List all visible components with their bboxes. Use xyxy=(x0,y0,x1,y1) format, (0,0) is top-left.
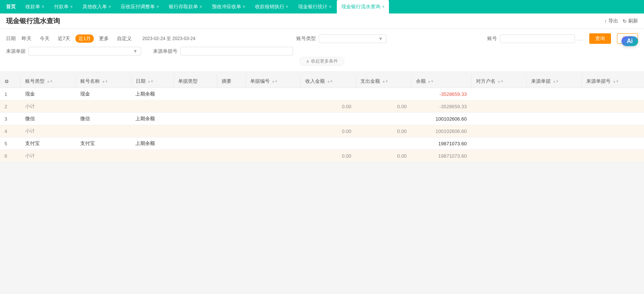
nav-tab-receipts-label: 收款单 xyxy=(26,3,40,10)
table-cell: 3 xyxy=(0,113,21,125)
nav-close-other-income[interactable]: × xyxy=(108,4,111,9)
nav-tab-bank-deposits-label: 银行存取款单 xyxy=(169,3,198,10)
th-counterpart[interactable]: 对方户名 ▲▼ xyxy=(471,75,526,88)
nav-close-payments[interactable]: × xyxy=(70,4,73,9)
table-cell xyxy=(174,113,217,125)
nav-tab-adjustments[interactable]: 应收应付调整单 × xyxy=(116,0,164,13)
nav-tab-bank-stats[interactable]: 现金银行统计 × xyxy=(294,0,336,13)
table-cell: 上期余额 xyxy=(131,88,174,100)
th-date[interactable]: 日期 ▲▼ xyxy=(131,75,174,88)
nav-tab-adjustments-label: 应收应付调整单 xyxy=(121,3,155,10)
date-option-more[interactable]: 更多 xyxy=(96,34,112,43)
account-input[interactable] xyxy=(500,34,575,43)
nav-close-bank-deposits[interactable]: × xyxy=(200,4,202,9)
page-title: 现金银行流水查询 xyxy=(6,16,60,25)
nav-close-prepaid[interactable]: × xyxy=(243,4,245,9)
th-source-doc-no[interactable]: 来源单据号 ▲▼ xyxy=(582,75,644,88)
table-cell xyxy=(471,150,526,162)
export-button[interactable]: ↑ 导出 xyxy=(605,18,618,24)
nav-close-receipts[interactable]: × xyxy=(42,4,44,9)
date-options: 昨天 今天 近7天 近1月 更多 自定义 xyxy=(19,34,135,43)
nav-close-bank-stats[interactable]: × xyxy=(329,4,332,9)
th-account-name[interactable]: 账号名称 ▲▼ xyxy=(76,75,131,88)
table-cell xyxy=(217,100,245,113)
th-source-doc[interactable]: 来源单据 ▲▼ xyxy=(527,75,582,88)
table-cell: 小计 xyxy=(21,150,76,162)
nav-tab-bank-deposits[interactable]: 银行存取款单 × xyxy=(164,0,207,13)
collapse-button[interactable]: ∧ 收起更多条件 xyxy=(300,57,344,66)
nav-tab-receipts[interactable]: 收款单 × xyxy=(21,0,49,13)
table-cell xyxy=(174,137,217,150)
th-account-type[interactable]: 账号类型 ▲▼ xyxy=(21,75,76,88)
table-cell xyxy=(527,100,582,113)
nav-close-collection-exec[interactable]: × xyxy=(286,4,288,9)
nav-tab-payments-label: 付款单 xyxy=(54,3,69,10)
date-range-display: 2023-02-24 至 2023-03-24 xyxy=(142,36,195,42)
nav-tab-bank-flow[interactable]: 现金银行流水查询 × xyxy=(337,0,389,13)
account-type-label: 账号类型 xyxy=(296,35,316,42)
account-label: 账号 xyxy=(487,35,497,42)
table-cell xyxy=(174,150,217,162)
table-cell xyxy=(76,125,131,137)
table-cell xyxy=(471,137,526,150)
nav-tab-prepaid[interactable]: 预收冲应收单 × xyxy=(207,0,250,13)
th-income-label: 收入金额 xyxy=(305,78,325,84)
table-cell xyxy=(131,150,174,162)
table-cell xyxy=(217,137,245,150)
source-doc-select[interactable]: ▼ xyxy=(29,47,141,55)
table-cell: 0.00 xyxy=(301,125,356,137)
table-cell xyxy=(471,100,526,113)
date-option-yesterday[interactable]: 昨天 xyxy=(19,34,35,43)
sort-arrows-income: ▲▼ xyxy=(327,80,333,83)
nav-tab-collection-exec[interactable]: 收款核销执行 × xyxy=(251,0,293,13)
date-option-custom[interactable]: 自定义 xyxy=(114,34,135,43)
table-cell: 微信 xyxy=(76,113,131,125)
sort-arrows-doc-no: ▲▼ xyxy=(272,80,278,83)
table-cell: 4 xyxy=(0,125,21,137)
table-cell xyxy=(76,150,131,162)
query-button[interactable]: 查询 xyxy=(589,33,611,44)
nav-close-adjustments[interactable]: × xyxy=(156,4,159,9)
source-doc-chevron-icon: ▼ xyxy=(133,48,138,54)
th-balance[interactable]: 余额 ▲▼ xyxy=(411,75,471,88)
table-container: ⚙ 账号类型 ▲▼ 账号名称 ▲▼ 日期 ▲▼ 单据类型 摘 xyxy=(0,75,644,162)
account-type-select[interactable]: ▼ xyxy=(319,34,386,43)
account-group: 账号 ... xyxy=(487,34,583,43)
sort-arrows-date: ▲▼ xyxy=(147,80,153,83)
th-doc-type[interactable]: 单据类型 xyxy=(174,75,217,88)
table-cell: 100102606.60 xyxy=(411,113,471,125)
header-actions: ↑ 导出 ↻ 刷新 xyxy=(605,18,638,24)
th-expense[interactable]: 支出金额 ▲▼ xyxy=(356,75,411,88)
table-cell xyxy=(527,88,582,100)
table-cell xyxy=(174,88,217,100)
th-source-doc-label: 来源单据 xyxy=(531,78,551,84)
table-cell xyxy=(527,113,582,125)
th-income[interactable]: 收入金额 ▲▼ xyxy=(301,75,356,88)
ai-badge[interactable]: Ai xyxy=(621,36,638,46)
nav-tab-payments[interactable]: 付款单 × xyxy=(50,0,77,13)
th-date-label: 日期 xyxy=(136,78,146,84)
th-settings[interactable]: ⚙ xyxy=(0,75,21,88)
nav-tab-prepaid-label: 预收冲应收单 xyxy=(212,3,241,10)
th-doc-no[interactable]: 单据编号 ▲▼ xyxy=(245,75,300,88)
nav-tab-bank-flow-label: 现金银行流水查询 xyxy=(341,3,380,10)
date-option-1month[interactable]: 近1月 xyxy=(75,34,94,43)
source-doc-no-input[interactable] xyxy=(180,47,293,55)
table-cell: 现金 xyxy=(76,88,131,100)
table-cell: 小计 xyxy=(21,125,76,137)
account-more-button[interactable]: ... xyxy=(576,36,583,42)
refresh-button[interactable]: ↻ 刷新 xyxy=(623,18,638,24)
sort-arrows-source-doc: ▲▼ xyxy=(553,80,559,83)
collapse-up-icon: ∧ xyxy=(306,59,309,64)
th-summary[interactable]: 摘要 xyxy=(217,75,245,88)
table-header: ⚙ 账号类型 ▲▼ 账号名称 ▲▼ 日期 ▲▼ 单据类型 摘 xyxy=(0,75,644,88)
table-cell xyxy=(245,125,300,137)
th-summary-label: 摘要 xyxy=(222,78,231,84)
date-option-7days[interactable]: 近7天 xyxy=(55,34,73,43)
table-cell xyxy=(527,125,582,137)
nav-tab-home[interactable]: 首页 xyxy=(2,0,20,13)
nav-close-bank-flow[interactable]: × xyxy=(382,4,384,9)
table-cell: 0.00 xyxy=(356,150,411,162)
nav-tab-other-income[interactable]: 其他收入单 × xyxy=(78,0,116,13)
date-option-today[interactable]: 今天 xyxy=(37,34,53,43)
